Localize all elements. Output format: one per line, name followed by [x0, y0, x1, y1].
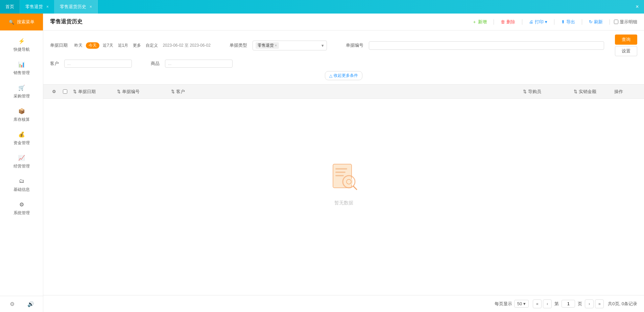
print-icon: 🖨 — [529, 19, 533, 24]
tab-list: 首页零售退货×零售退货历史× — [0, 0, 630, 14]
svg-point-5 — [345, 178, 353, 186]
tab-0[interactable]: 首页 — [0, 0, 20, 14]
sidebar-item-4[interactable]: 💰 资金管理 — [0, 127, 43, 150]
type-tag-close[interactable]: × — [275, 43, 277, 47]
page-nav: « ‹ 第 页 › » — [533, 299, 604, 308]
new-button[interactable]: ＋ 新增 — [470, 18, 490, 26]
page-header: 零售退货历史 ＋ 新增 🗑 删除 🖨 打印 ▾ — [43, 14, 644, 30]
table-header: ⚙ ⇅ 单据日期 ⇅ 单据编号 ⇅ 客户 ⇅ 导购员 — [43, 85, 644, 99]
type-filter-label: 单据类型 — [230, 42, 247, 48]
delete-button[interactable]: 🗑 删除 — [498, 18, 518, 26]
nav-label-0: 快捷导航 — [14, 47, 30, 52]
print-label: 打印 — [535, 19, 544, 25]
new-label: 新增 — [478, 19, 487, 25]
page-size-label: 每页显示 — [495, 301, 512, 307]
nav-label-7: 系统管理 — [14, 210, 30, 216]
col-header-amount[interactable]: ⇅ 实销金额 — [571, 89, 612, 95]
select-all-checkbox[interactable] — [63, 89, 67, 94]
type-tag: 零售退货 × — [256, 42, 279, 49]
table-settings-icon[interactable]: ⚙ — [49, 89, 59, 94]
first-page-button[interactable]: « — [533, 299, 542, 308]
sidebar-item-7[interactable]: ⚙ 系统管理 — [0, 197, 43, 220]
nav-icon-7: ⚙ — [18, 201, 25, 208]
nav-icon-6: 🗂 — [18, 177, 25, 185]
nav-label-6: 基础信息 — [14, 187, 30, 193]
prev-page-button[interactable]: ‹ — [543, 299, 552, 308]
sidebar-nav: ⚡ 快捷导航 📊 销售管理 🛒 采购管理 📦 库存核算 💰 资金管理 📈 经营管… — [0, 30, 43, 296]
action-buttons: 查询 设置 — [610, 35, 637, 56]
sidebar-search-button[interactable]: 🔍 搜索菜单 — [0, 14, 43, 30]
customer-filter-label: 客户 — [50, 61, 59, 67]
col-header-guide[interactable]: ⇅ 导购员 — [520, 89, 571, 95]
col-header-customer[interactable]: ⇅ 客户 — [168, 89, 520, 95]
type-select-arrow: ▾ — [321, 43, 324, 48]
nav-label-4: 资金管理 — [14, 140, 30, 146]
filter-row-1: 单据日期 昨天 今天 近7天 近1月 更多 自定义 2023-06-02 至 2… — [50, 35, 637, 56]
main-layout: 🔍 搜索菜单 ⚡ 快捷导航 📊 销售管理 🛒 采购管理 📦 库存核算 💰 资金管… — [0, 14, 644, 312]
date-btn-7days[interactable]: 近7天 — [101, 42, 115, 49]
tab-1[interactable]: 零售退货× — [20, 0, 54, 14]
select-all-checkbox-cell[interactable] — [59, 89, 70, 94]
new-icon: ＋ — [472, 19, 477, 25]
refresh-button[interactable]: ↻ 刷新 — [586, 18, 605, 26]
sidebar-item-0[interactable]: ⚡ 快捷导航 — [0, 33, 43, 57]
tab-close-2[interactable]: × — [90, 4, 92, 9]
sidebar-search-label: 搜索菜单 — [17, 19, 34, 25]
divider4 — [582, 19, 582, 25]
sidebar-item-6[interactable]: 🗂 基础信息 — [0, 173, 43, 197]
query-button[interactable]: 查询 — [615, 35, 637, 45]
sidebar-item-3[interactable]: 📦 库存核算 — [0, 103, 43, 127]
voucher-input[interactable] — [369, 41, 604, 50]
page-unit: 页 — [578, 301, 582, 307]
page-size-box[interactable]: 50 ▾ — [514, 300, 529, 308]
col-customer-label: 客户 — [176, 89, 185, 95]
nav-label-3: 库存核算 — [14, 117, 30, 122]
col-header-action: 操作 — [612, 89, 639, 95]
filter-settings-button[interactable]: 设置 — [615, 46, 637, 56]
export-button[interactable]: ⬆ 导出 — [558, 18, 578, 26]
delete-label: 删除 — [506, 19, 515, 25]
col-date-sort-icon: ⇅ — [73, 89, 77, 94]
nav-icon-0: ⚡ — [18, 37, 25, 45]
window-close-button[interactable]: × — [630, 0, 644, 14]
col-action-label: 操作 — [614, 89, 623, 95]
tab-close-1[interactable]: × — [46, 4, 49, 9]
collapse-button[interactable]: △ 收起更多条件 — [325, 71, 362, 80]
tab-2[interactable]: 零售退货历史× — [54, 0, 98, 14]
nav-icon-3: 📦 — [18, 107, 25, 115]
col-header-date[interactable]: ⇅ 单据日期 — [70, 89, 114, 95]
sidebar-item-5[interactable]: 📈 经营管理 — [0, 150, 43, 173]
date-btn-more[interactable]: 更多 — [132, 42, 142, 49]
sidebar-item-2[interactable]: 🛒 采购管理 — [0, 80, 43, 103]
col-amount-label: 实销金额 — [579, 89, 596, 95]
col-header-no[interactable]: ⇅ 单据编号 — [114, 89, 168, 95]
page-input[interactable] — [562, 300, 575, 308]
svg-rect-1 — [335, 168, 347, 170]
collapse-icon: △ — [329, 73, 332, 78]
settings-icon-button[interactable]: ⚙ — [7, 299, 18, 310]
col-amount-sort-icon: ⇅ — [574, 89, 577, 94]
sidebar-item-1[interactable]: 📊 销售管理 — [0, 57, 43, 80]
svg-rect-3 — [335, 175, 344, 176]
date-btn-custom[interactable]: 自定义 — [144, 42, 159, 49]
date-btn-yesterday[interactable]: 昨天 — [73, 42, 84, 49]
sound-icon-button[interactable]: 🔊 — [25, 299, 36, 310]
goods-filter-label: 商品 — [151, 61, 160, 67]
next-page-button[interactable]: › — [585, 299, 594, 308]
date-btn-1month[interactable]: 近1月 — [117, 42, 130, 49]
type-select[interactable]: 零售退货 × ▾ — [253, 41, 327, 50]
show-detail-checkbox[interactable] — [614, 20, 618, 24]
date-btn-today[interactable]: 今天 — [86, 42, 99, 49]
goods-select[interactable]: ... — [165, 60, 233, 68]
print-button[interactable]: 🖨 打印 ▾ — [526, 18, 550, 26]
voucher-filter-label: 单据编号 — [346, 42, 363, 48]
filter-area: 单据日期 昨天 今天 近7天 近1月 更多 自定义 2023-06-02 至 2… — [43, 30, 644, 85]
last-page-button[interactable]: » — [595, 299, 604, 308]
filter-row-2: 客户 ... 商品 ... — [50, 60, 637, 68]
export-icon: ⬆ — [561, 19, 565, 24]
show-detail-checkbox-label[interactable]: 显示明细 — [614, 19, 637, 25]
show-detail-label: 显示明细 — [620, 19, 637, 25]
date-range-display: 2023-06-02 至 2023-06-02 — [163, 43, 210, 48]
customer-select[interactable]: ... — [64, 60, 132, 68]
nav-label-2: 采购管理 — [14, 93, 30, 99]
